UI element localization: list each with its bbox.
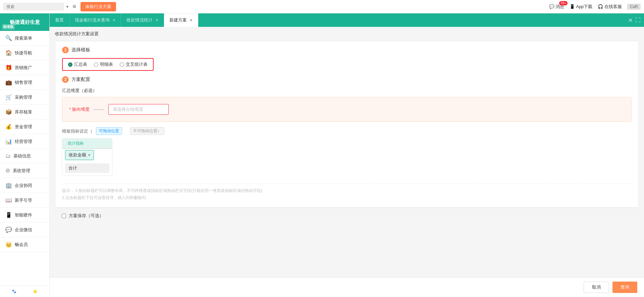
- vertical-label: * 纵向维度: [69, 106, 90, 112]
- sidebar-item-enterprise[interactable]: 🏢 企业协同: [0, 178, 49, 193]
- chart-icon: 📊: [5, 138, 12, 145]
- step1-title: 选择模板: [71, 47, 90, 53]
- money-icon: 💰: [5, 123, 12, 130]
- arrow-icon: ——: [94, 106, 104, 112]
- radio-summary-input[interactable]: [68, 62, 72, 67]
- footer-bar: 取消 查询: [50, 277, 644, 297]
- sidebar-item-marketing[interactable]: 🎁 营销推广: [0, 60, 49, 75]
- stats-label: 统计指标: [62, 139, 112, 149]
- metric-total: 合计: [65, 163, 109, 173]
- radio-summary[interactable]: 汇总表: [68, 61, 87, 67]
- sidebar-item-finance[interactable]: 💰 资金管理: [0, 119, 49, 134]
- industry-btn[interactable]: 体验行业方案: [80, 2, 116, 11]
- book-icon: 📖: [5, 197, 12, 203]
- tip-title: 提示：: [62, 188, 74, 193]
- top-bar-right: 💬 99+ 消息 📱 App下载 🎧 在线客服 CaR: [549, 4, 641, 10]
- draggable-badge: 可拖动位置: [96, 127, 122, 135]
- breadcrumb: 收款情况统计方案设置: [55, 31, 639, 37]
- top-bar: ▾ ⚙ 体验行业方案 💬 99+ 消息 📱 App下载 🎧 在线客服 CaR: [0, 0, 644, 13]
- main-wrapper: 畅捷通好生意 标准版 🔍 搜索菜单 🏠 快捷导航 🎁 营销推广 💼 销售管理 🛒…: [0, 13, 644, 297]
- message-icon-wrap[interactable]: 💬 99+ 消息: [549, 4, 565, 10]
- page-content: 收款情况统计方案设置 1 选择模板 汇总表: [50, 27, 644, 277]
- tip1-text: 1.拖动标题栏可以调整布局，不可跨维度或指标区域拖动栏目字段(只能在同一维度或指…: [75, 188, 262, 193]
- save-section: 方案保存（可选）: [55, 208, 639, 224]
- tab-close-new-plan[interactable]: ✕: [190, 18, 193, 22]
- headset-icon: 🎧: [598, 4, 603, 9]
- dimension-placeholder: 请选择分组维度: [113, 107, 143, 112]
- tip1: 提示： 1.拖动标题栏可以调整布局，不可跨维度或指标区域拖动栏目字段(只能在同一…: [62, 188, 632, 194]
- sidebar-item-guide[interactable]: 📖 新手引导: [0, 193, 49, 208]
- message-icon: 💬: [549, 4, 554, 9]
- gear-icon[interactable]: ⚙: [72, 4, 76, 9]
- tab-close-bank-flow[interactable]: ✕: [112, 18, 115, 22]
- metrics-header: 模板指标设定（ 可拖动位置 不可拖动位置）: [62, 127, 632, 135]
- sidebar-item-search-menu[interactable]: 🔍 搜索菜单: [0, 31, 49, 46]
- tab-fullscreen-btn[interactable]: ⛶: [635, 17, 641, 23]
- tips-section: 提示： 1.拖动标题栏可以调整布局，不可跨维度或指标区域拖动栏目字段(只能在同一…: [62, 184, 632, 201]
- step1-header: 1 选择模板: [62, 47, 632, 53]
- metric-chip[interactable]: 收款金额 ▾: [65, 150, 94, 160]
- sidebar-item-operation[interactable]: 📊 经营管理: [0, 134, 49, 149]
- dimension-row: * 纵向维度 —— 请选择分组维度: [69, 104, 625, 115]
- metric-total-wrap: 合计: [62, 161, 112, 176]
- metrics-header-text: 模板指标设定（: [62, 128, 93, 134]
- tip2: 2.点击标题栏下拉可设置排序、插入列和删除列: [62, 195, 632, 201]
- metrics-table-area: 统计指标 收款金额 ▾ 合计: [62, 138, 112, 176]
- sidebar-bottom-left[interactable]: 🐾: [12, 289, 16, 294]
- sidebar-item-hardware[interactable]: 📱 智能硬件: [0, 208, 49, 222]
- sidebar-item-sales[interactable]: 💼 销售管理: [0, 75, 49, 90]
- metric-chip-arrow: ▾: [88, 153, 90, 157]
- gift-icon: 🎁: [5, 64, 12, 71]
- home-icon: 🏠: [5, 50, 12, 56]
- sidebar-item-inventory[interactable]: 📦 库存核算: [0, 105, 49, 119]
- sidebar-item-quick-nav[interactable]: 🏠 快捷导航: [0, 46, 49, 60]
- step2-header: 2 方案配置: [62, 76, 632, 83]
- metrics-header-sep: [125, 129, 127, 134]
- radio-crosstab[interactable]: 交叉统计表: [120, 61, 148, 67]
- cancel-button[interactable]: 取消: [584, 282, 609, 293]
- tab-bank-flow[interactable]: 现金银行流水查询 ✕: [69, 13, 121, 27]
- version-tag: 标准版: [2, 24, 15, 30]
- tab-collection-stats[interactable]: 收款情况统计 ✕: [121, 13, 164, 27]
- step1-badge: 1: [62, 47, 69, 53]
- dimension-selector[interactable]: 请选择分组维度: [108, 104, 169, 115]
- tab-close-collection-stats[interactable]: ✕: [155, 18, 158, 22]
- dropdown-arrow[interactable]: ▾: [66, 4, 68, 9]
- sidebar-item-member[interactable]: 👑 畅会员: [0, 237, 49, 252]
- message-badge: 99+: [559, 1, 568, 5]
- tab-home[interactable]: 首页: [50, 13, 69, 27]
- tab-new-plan[interactable]: 新建方案 ✕: [164, 13, 198, 27]
- sidebar-item-system[interactable]: ⚙ 系统管理: [0, 163, 49, 178]
- metric-chip-wrap: 收款金额 ▾: [62, 149, 112, 161]
- online-service[interactable]: 🎧 在线客服: [598, 4, 622, 10]
- sidebar-bottom-right[interactable]: 🌟: [33, 289, 38, 294]
- sidebar-item-purchase[interactable]: 🛒 采购管理: [0, 90, 49, 105]
- sidebar-item-basic[interactable]: 🗂 基础信息: [0, 149, 49, 163]
- gear-icon: ⚙: [5, 167, 10, 174]
- non-draggable-badge: 不可拖动位置）: [130, 127, 164, 135]
- tab-bar: 首页 现金银行流水查询 ✕ 收款情况统计 ✕ 新建方案 ✕ ✕ ⛶: [50, 13, 644, 27]
- wechat-icon: 💬: [5, 227, 12, 233]
- save-label: 方案保存（可选）: [69, 213, 104, 219]
- query-button[interactable]: 查询: [612, 282, 637, 293]
- bottom-icon-left: 🐾: [12, 289, 16, 294]
- briefcase-icon: 💼: [5, 79, 12, 86]
- sidebar: 畅捷通好生意 标准版 🔍 搜索菜单 🏠 快捷导航 🎁 营销推广 💼 销售管理 🛒…: [0, 13, 50, 297]
- dimension-area: * 纵向维度 —— 请选择分组维度: [62, 97, 632, 122]
- step2-title: 方案配置: [71, 77, 90, 83]
- crown-icon: 👑: [5, 241, 12, 248]
- tab-close-btn[interactable]: ✕: [628, 17, 633, 23]
- sidebar-bottom: 🐾 🌟: [0, 286, 49, 297]
- radio-detail[interactable]: 明细表: [94, 61, 113, 67]
- page-scroll-area: 收款情况统计方案设置 1 选择模板 汇总表: [50, 27, 644, 297]
- user-avatar[interactable]: CaR: [627, 4, 641, 10]
- radio-detail-input[interactable]: [94, 62, 98, 67]
- save-checkbox[interactable]: [62, 214, 66, 218]
- app-download[interactable]: 📱 App下载: [570, 4, 592, 10]
- step2-badge: 2: [62, 76, 69, 83]
- phone-icon: 📱: [570, 4, 575, 9]
- radio-crosstab-input[interactable]: [120, 62, 124, 67]
- search-input[interactable]: [3, 3, 64, 10]
- main-card: 1 选择模板 汇总表 明细表: [55, 41, 639, 208]
- sidebar-item-wechat[interactable]: 💬 企业微信: [0, 222, 49, 237]
